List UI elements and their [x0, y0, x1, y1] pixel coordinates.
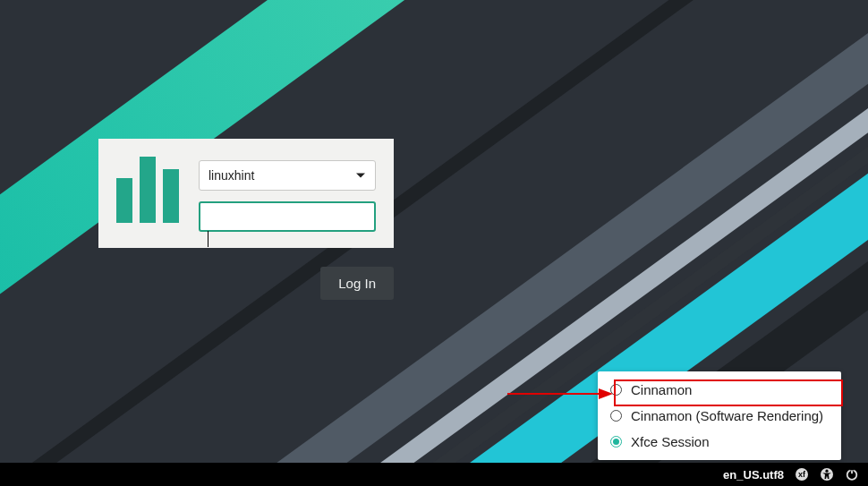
accessibility-icon[interactable] [820, 467, 834, 482]
username-dropdown[interactable]: linuxhint [199, 160, 376, 191]
login-button[interactable]: Log In [320, 267, 394, 300]
session-menu: Cinnamon Cinnamon (Software Rendering) X… [598, 371, 841, 460]
svg-rect-8 [850, 468, 855, 470]
session-label: Cinnamon [631, 382, 692, 397]
radio-icon [610, 384, 622, 396]
session-label: Cinnamon (Software Rendering) [631, 408, 823, 423]
manjaro-logo [116, 157, 183, 223]
chevron-down-icon [355, 170, 366, 181]
login-fields: linuxhint [199, 157, 376, 232]
login-actions: Log In [98, 267, 394, 300]
session-item-xfce[interactable]: Xfce Session [598, 429, 841, 455]
session-label: Xfce Session [631, 434, 710, 449]
session-item-cinnamon-sw[interactable]: Cinnamon (Software Rendering) [598, 403, 841, 429]
svg-point-5 [825, 470, 828, 473]
login-card: linuxhint [98, 139, 394, 248]
username-selected: linuxhint [208, 168, 254, 183]
locale-indicator[interactable]: en_US.utf8 [723, 468, 784, 482]
password-input[interactable] [208, 203, 367, 230]
bottom-panel: en_US.utf8 xf [0, 463, 868, 486]
session-item-cinnamon[interactable]: Cinnamon [598, 377, 841, 403]
power-icon[interactable] [845, 467, 859, 482]
svg-text:xf: xf [798, 470, 806, 479]
radio-icon [610, 410, 622, 422]
session-picker-icon[interactable]: xf [795, 467, 809, 482]
radio-selected-icon [610, 436, 622, 448]
login-screen: linuxhint Log In Cinnamon Cinnamon (Soft… [0, 0, 868, 486]
password-field[interactable] [199, 201, 376, 232]
